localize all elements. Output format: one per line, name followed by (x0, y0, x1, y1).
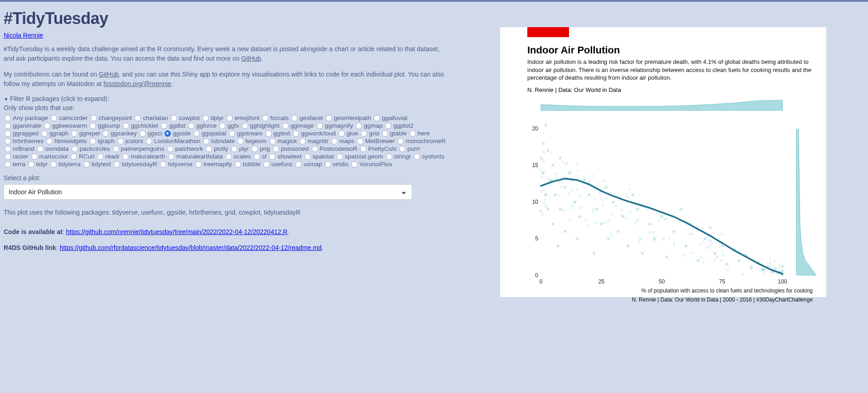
package-radio-input[interactable] (5, 161, 11, 168)
package-radio-hrbrthemes[interactable]: hrbrthemes (5, 138, 43, 144)
package-radio-ggmagnify[interactable]: ggmagnify (317, 122, 353, 129)
package-radio-here[interactable]: here (410, 130, 430, 137)
package-radio-igraph[interactable]: igraph (90, 138, 115, 144)
package-radio-input[interactable] (269, 153, 275, 160)
package-radio-tidytuesdayr[interactable]: tidytuesdayR (114, 161, 157, 168)
package-radio-input[interactable] (203, 115, 209, 121)
package-radio-input[interactable] (113, 146, 119, 152)
package-radio-treemapify[interactable]: treemapify (195, 161, 232, 168)
package-radio-magrittr[interactable]: magrittr (299, 138, 328, 144)
package-radio-input[interactable] (171, 115, 177, 121)
filter-expand-toggle[interactable]: Filter R packages (click to expand): (4, 95, 448, 102)
plot-select[interactable]: Indoor Air Pollution (4, 184, 412, 200)
package-radio-geomtextpath[interactable]: geomtextpath (326, 115, 371, 121)
package-radio-input[interactable] (28, 161, 34, 168)
r4ds-link[interactable]: https://github.com/rfordatascience/tidyt… (60, 244, 322, 251)
package-radio-input[interactable] (360, 146, 366, 152)
package-radio-input[interactable] (168, 153, 174, 160)
package-radio-input[interactable] (291, 115, 298, 121)
package-radio-ggchicklet[interactable]: ggchicklet (123, 122, 158, 129)
package-radio-osmdata[interactable]: osmdata (37, 145, 69, 152)
package-radio-input[interactable] (122, 153, 129, 160)
package-radio-rcurl[interactable]: RCurl (71, 153, 95, 160)
package-radio-gghighlight[interactable]: gghighlight (242, 122, 280, 129)
package-radio-input[interactable] (399, 146, 405, 152)
package-radio-input[interactable] (229, 130, 235, 137)
package-radio-input[interactable] (382, 130, 388, 137)
package-radio-glue[interactable]: glue (338, 130, 358, 137)
package-radio-input[interactable] (219, 123, 226, 129)
package-radio-input[interactable] (140, 130, 146, 137)
package-radio-input[interactable] (51, 115, 57, 121)
package-radio-ggimage[interactable]: ggimage (282, 122, 314, 129)
package-radio-usmap[interactable]: usmap (295, 161, 322, 168)
package-radio-packcircles[interactable]: packcircles (72, 145, 110, 152)
package-radio-input[interactable] (312, 146, 318, 152)
package-radio-tidyterra[interactable]: tidyterra (50, 161, 81, 168)
package-radio-ggrepel[interactable]: ggrepel (71, 130, 100, 137)
package-radio-input[interactable] (160, 161, 166, 168)
package-radio-scales[interactable]: scales (226, 153, 251, 160)
package-radio-gganimate[interactable]: gganimate (5, 122, 41, 129)
package-radio-dplyr[interactable]: dplyr (203, 115, 224, 121)
package-radio-input[interactable] (5, 123, 11, 129)
package-radio-htmlwidgets[interactable]: htmlwidgets (46, 138, 87, 144)
package-radio-input[interactable] (410, 130, 416, 137)
package-radio-input[interactable] (251, 146, 258, 152)
package-radio-input[interactable] (164, 130, 171, 137)
package-radio-input[interactable] (31, 153, 38, 160)
package-radio-input[interactable] (385, 123, 391, 129)
package-radio-plyr[interactable]: plyr (231, 145, 249, 152)
package-radio-input[interactable] (237, 138, 244, 144)
package-radio-input[interactable] (71, 130, 77, 137)
package-radio-input[interactable] (117, 138, 124, 144)
package-radio-input[interactable] (41, 130, 48, 137)
package-radio-ggbump[interactable]: ggbump (90, 122, 120, 129)
package-radio-lubridate[interactable]: lubridate (203, 138, 235, 144)
github-link-2[interactable]: GitHub (99, 71, 119, 78)
package-radio-input[interactable] (5, 130, 11, 137)
package-radio-input[interactable] (195, 161, 202, 168)
package-radio-input[interactable] (254, 153, 260, 160)
package-radio-londonmarathon[interactable]: LondonMarathon (146, 138, 200, 144)
package-radio-rnaturalearth[interactable]: rnaturalearth (122, 153, 165, 160)
package-radio-nrbrand[interactable]: nrBrand (5, 145, 34, 152)
package-radio-input[interactable] (326, 115, 332, 121)
package-radio-terra[interactable]: terra (5, 161, 25, 168)
package-radio-input[interactable] (206, 146, 212, 152)
package-radio-input[interactable] (263, 161, 270, 168)
package-radio-input[interactable] (97, 153, 104, 160)
package-radio-rnaturalearthdata[interactable]: rnaturalearthdata (168, 153, 223, 160)
package-radio-input[interactable] (356, 123, 362, 129)
package-radio-input[interactable] (299, 138, 306, 144)
package-radio-usefunc[interactable]: usefunc (263, 161, 293, 168)
package-radio-input[interactable] (50, 161, 57, 168)
package-radio-input[interactable] (5, 138, 11, 144)
package-radio-tsibble[interactable]: tsibble (235, 161, 260, 168)
package-radio-ggside[interactable]: ggside (164, 130, 191, 137)
package-radio-tidytext[interactable]: tidytext (83, 161, 111, 168)
package-radio-ggtext[interactable]: ggtext (265, 130, 290, 137)
package-radio-input[interactable] (242, 123, 248, 129)
package-radio-ggstream[interactable]: ggstream (229, 130, 262, 137)
package-radio-lwgeom[interactable]: lwgeom (237, 138, 267, 144)
package-radio-ggbeeswarm[interactable]: ggbeeswarm (44, 122, 87, 129)
package-radio-input[interactable] (304, 153, 311, 160)
package-radio-ggalluvial[interactable]: ggalluvial (374, 115, 407, 121)
package-radio-prettycols[interactable]: PrettyCols (360, 145, 396, 152)
package-radio-spatstat[interactable]: spatstat (304, 153, 334, 160)
package-radio-ggfx[interactable]: ggfx (219, 122, 239, 129)
package-radio-showtext[interactable]: showtext (269, 153, 301, 160)
package-radio-input[interactable] (90, 138, 96, 144)
package-radio-input[interactable] (357, 138, 363, 144)
package-radio-magick[interactable]: magick (270, 138, 297, 144)
package-radio-input[interactable] (226, 153, 232, 160)
package-radio-input[interactable] (188, 123, 194, 129)
mastodon-link[interactable]: fosstodon.org/@nrennie (103, 80, 171, 87)
package-radio-input[interactable] (193, 130, 200, 137)
package-radio-charlatan[interactable]: charlatan (135, 115, 168, 121)
package-radio-input[interactable] (282, 123, 289, 129)
package-radio-input[interactable] (414, 153, 420, 160)
package-radio-sf[interactable]: sf (254, 153, 267, 160)
package-radio-input[interactable] (325, 161, 331, 168)
